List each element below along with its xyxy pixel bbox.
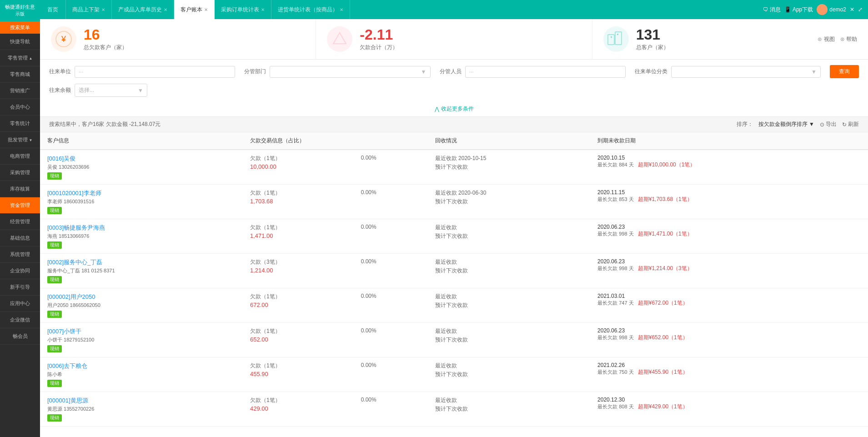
tab-purchase-product-stats-close[interactable]: ✕ (340, 7, 343, 12)
sidebar-item-ecommerce[interactable]: 电商管理 (0, 148, 40, 165)
due-date-cell: 2020.12.30 最长欠款 808 天 超期¥429.00（1笔） (590, 392, 868, 427)
owe-percent: 0.00% (361, 258, 421, 265)
owe-percent: 0.00% (361, 362, 421, 368)
sidebar-item-inventory[interactable]: 库存核算 (0, 181, 40, 197)
overdue-amount[interactable]: 超期¥10,000.00（1笔） (638, 161, 696, 168)
customer-name-link[interactable]: [0016]吴俊 (47, 155, 75, 162)
owe-amount: 652.00 (250, 336, 346, 343)
customer-name-link[interactable]: [0003]畅捷服务尹海燕 (47, 224, 105, 231)
overdue-amount[interactable]: 超期¥455.90（1笔） (638, 369, 688, 375)
owe-amount: 429.00 (250, 405, 346, 412)
sidebar-item-enterprise[interactable]: 企业协同 (0, 263, 40, 279)
customer-name-link[interactable]: [0002]服务中心_丁磊 (47, 259, 102, 266)
overdue-amount[interactable]: 超期¥429.00（1笔） (638, 403, 688, 410)
search-button[interactable]: 查询 (830, 65, 859, 78)
message-btn[interactable]: 🗨 消息 (763, 6, 781, 14)
sidebar-item-enterprise-wx[interactable]: 企业微信 (0, 312, 40, 328)
balance-arrow-icon: ▼ (138, 87, 143, 94)
app-download-btn[interactable]: 📱 App下载 (784, 6, 813, 14)
owe-total-icon (327, 26, 352, 52)
owe-amount: 672.00 (250, 301, 346, 308)
customer-tag: 现销 (47, 414, 62, 422)
sidebar-item-member-vip[interactable]: 畅会员 (0, 328, 40, 345)
overdue-amount[interactable]: 超期¥672.00（1笔） (638, 300, 688, 306)
tab-purchase-stats[interactable]: 采购订单统计表 ✕ (215, 0, 271, 19)
tab-bar: 首页 商品上下架 ✕ 产成品入库单历史 ✕ 客户账本 ✕ 采购订单统计表 ✕ (40, 0, 350, 19)
sidebar-item-quick-nav[interactable]: 快捷导航 (0, 34, 40, 50)
due-date: 2020.11.15 (597, 189, 861, 196)
close-window-btn[interactable]: ✕ (850, 6, 854, 13)
owe-count-cell: 欠款（3笔） 1,214.00 (243, 254, 354, 288)
export-btn[interactable]: ⊙ 导出 (820, 121, 837, 128)
due-date-cell: 2020.06.23 最长欠款 998 天 超期¥1,471.00（1笔） (590, 219, 868, 254)
sidebar-item-purchase-mgmt[interactable]: 采购管理 (0, 165, 40, 181)
table-row: [0016]吴俊 吴俊 13026203696 现销 欠款（1笔） 10,000… (40, 150, 868, 185)
help-btn[interactable]: ⊙ 帮助 (840, 35, 857, 43)
owe-count-cell: 欠款（1笔） 429.00 (243, 392, 354, 427)
owe-count-cell: 欠款（1笔） 652.00 (243, 323, 354, 357)
branch-select[interactable]: ▼ (270, 66, 430, 78)
tab-product-history-close[interactable]: ✕ (164, 7, 167, 12)
balance-placeholder: 选择... (79, 86, 94, 94)
filter-row-2: 往来余额 选择... ▼ (49, 84, 859, 97)
tab-product-history[interactable]: 产成品入库单历史 ✕ (112, 0, 174, 19)
tab-home[interactable]: 首页 (40, 0, 66, 19)
balance-label: 往来余额 (49, 86, 71, 94)
unit-category-select[interactable]: ▼ (671, 66, 821, 78)
manager-input[interactable]: ··· (465, 66, 626, 78)
tab-purchase-stats-close[interactable]: ✕ (261, 7, 265, 12)
sidebar-item-basic-info[interactable]: 基础信息 (0, 230, 40, 246)
owe-total-label: 欠款合计（万） (360, 44, 398, 51)
total-customers-icon (603, 26, 629, 52)
overdue-amount[interactable]: 超期¥1,471.00（1笔） (638, 231, 692, 237)
customer-name-link[interactable]: [000001]黄思源 (47, 397, 88, 404)
table-row: [0003]畅捷服务尹海燕 海燕 18513066976 现销 欠款（1笔） 1… (40, 219, 868, 254)
sidebar-item-retail-mgmt[interactable]: 零售管理 ▲ (0, 50, 40, 66)
tab-customer-ledger-close[interactable]: ✕ (204, 7, 208, 12)
customer-unit-input[interactable]: ··· (75, 66, 235, 78)
sidebar-item-operations[interactable]: 经营管理 (0, 214, 40, 230)
overdue-amount[interactable]: 超期¥1,703.68（1笔） (638, 196, 692, 202)
sidebar-item-batch-mgmt[interactable]: 批发管理 ▼ (0, 132, 40, 148)
unit-category-arrow-icon: ▼ (811, 69, 817, 75)
owe-count: 欠款（1笔） (250, 224, 346, 231)
sidebar-item-system-mgmt[interactable]: 系统管理 (0, 246, 40, 263)
customer-name-link[interactable]: [0001020001]李老师 (47, 190, 101, 196)
overdue-days: 最长欠款 808 天 超期¥429.00（1笔） (597, 403, 861, 411)
customer-tag: 现销 (47, 311, 62, 318)
sidebar-item-capital-mgmt[interactable]: 资金管理 (0, 197, 40, 214)
tab-product-publish-close[interactable]: ✕ (101, 7, 105, 12)
overdue-amount[interactable]: 超期¥652.00（1笔） (638, 334, 688, 341)
summary-card-owe-customers: ¥ 16 总欠款客户（家） (40, 19, 316, 59)
tab-purchase-product-stats[interactable]: 进货单统计表（按商品） ✕ (271, 0, 350, 19)
search-menu-btn[interactable]: 搜索菜单 (0, 21, 40, 34)
total-customers-number: 131 (636, 27, 669, 42)
sidebar-item-new-guide[interactable]: 新手引导 (0, 279, 40, 296)
tab-customer-ledger[interactable]: 客户账本 ✕ (174, 0, 215, 19)
sidebar-item-marketing[interactable]: 营销推广 (0, 83, 40, 99)
user-avatar[interactable]: demo2 (817, 4, 846, 15)
tab-purchase-product-stats-label: 进货单统计表（按商品） (278, 6, 338, 14)
maximize-btn[interactable]: ⤢ (858, 6, 863, 13)
customer-name-link[interactable]: [000002]用户2050 (47, 293, 95, 300)
due-date: 2020.12.30 (597, 397, 861, 403)
customer-name-link[interactable]: [0007]小饼干 (47, 328, 81, 335)
overdue-amount[interactable]: 超期¥1,214.00（3笔） (638, 265, 692, 271)
sort-select[interactable]: 按欠款金额倒序排序 ▼ (758, 121, 814, 128)
owe-percent-cell: 0.00% (354, 288, 428, 323)
owe-count: 欠款（1笔） (250, 293, 346, 301)
view-btn[interactable]: ⊙ 视图 (818, 35, 834, 43)
filter-collapse-btn[interactable]: ⋀ 收起更多条件 (49, 102, 859, 116)
refresh-btn[interactable]: ↻ 刷新 (842, 121, 859, 128)
sidebar-item-retail-mall[interactable]: 零售商城 (0, 66, 40, 83)
total-customers-body: 131 总客户（家） (636, 27, 669, 51)
sidebar-item-app-center[interactable]: 应用中心 (0, 296, 40, 312)
customer-info-cell: [0001020001]李老师 李老师 18600391516 现销 (40, 185, 243, 219)
tab-product-publish[interactable]: 商品上下架 ✕ (66, 0, 112, 19)
sidebar-item-member-center[interactable]: 会员中心 (0, 99, 40, 116)
customer-name-link[interactable]: [0006]去下粮仓 (47, 362, 87, 369)
customer-info-cell: [0003]畅捷服务尹海燕 海燕 18513066976 现销 (40, 219, 243, 254)
due-date: 2020.10.15 (597, 155, 861, 161)
balance-select[interactable]: 选择... ▼ (75, 84, 147, 97)
sidebar-item-retail-stats[interactable]: 零售统计 (0, 116, 40, 132)
